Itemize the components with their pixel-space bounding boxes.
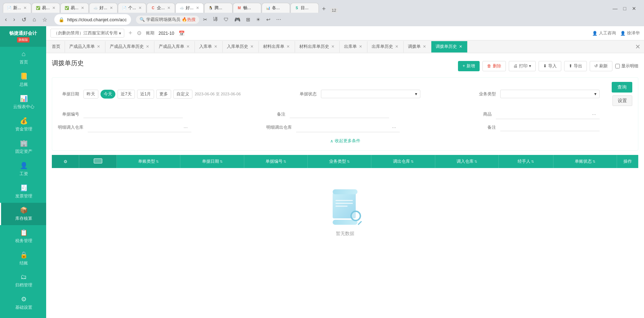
page-tab-11[interactable]: 调拨单历史 ✕ [431, 41, 468, 52]
browser-tab-7[interactable]: ☁️ 好... ✕ [175, 3, 204, 13]
close-window-button[interactable]: ✕ [630, 4, 638, 13]
sidebar-item-closing[interactable]: 🔒 结账 [0, 247, 46, 270]
doc-date-column-header[interactable]: 单据日期 ⇅ [180, 155, 244, 168]
home-button[interactable]: ⌂ [31, 15, 38, 24]
date-btn-1month[interactable]: 近1月 [137, 90, 154, 99]
detail-in-input[interactable] [90, 124, 182, 131]
browser-tab-6[interactable]: C 企... ✕ [147, 3, 175, 13]
detail-out-ellipsis-button[interactable]: ··· [391, 124, 398, 130]
favorites-button[interactable]: ☆ [40, 15, 49, 24]
page-tab-close-11[interactable]: ✕ [458, 44, 463, 50]
tab-close-2[interactable]: ✕ [51, 5, 56, 11]
page-tab-1[interactable]: 产成品入库单 ✕ [65, 41, 105, 52]
sidebar-item-ledger[interactable]: 📒 总账 [0, 69, 46, 91]
doc-no-column-header[interactable]: 单据编号 ⇅ [244, 155, 307, 168]
refresh-button[interactable]: ↺ [20, 15, 28, 24]
set-button[interactable]: 设置 [612, 95, 632, 106]
company-selector[interactable]: （勿删勿禁用）江西服宝测试专用 ▾ [50, 29, 124, 38]
new-tab-button[interactable]: + [319, 5, 329, 13]
tabs-close-all-button[interactable]: ✕ [635, 43, 640, 51]
tab-close-1[interactable]: ✕ [23, 5, 27, 11]
remark-input[interactable] [290, 111, 389, 118]
import-button[interactable]: ⬇ 导入 [539, 61, 561, 71]
page-tab-close-7[interactable]: ✕ [331, 44, 335, 50]
page-tab-6[interactable]: 材料出库单 ✕ [259, 41, 295, 52]
minimize-button[interactable]: — [611, 4, 620, 13]
page-tab-5[interactable]: 入库单历史 ✕ [223, 41, 259, 52]
page-tab-2[interactable]: 产成品入库单历史 ✕ [105, 41, 154, 52]
calendar-icon[interactable]: 📅 [179, 30, 185, 36]
goods-ellipsis-button[interactable]: ··· [590, 111, 597, 117]
tab-close-7[interactable]: ✕ [195, 5, 200, 11]
gear-column-header[interactable]: ⚙ [52, 155, 79, 168]
collapse-button[interactable]: ∧ 收起更多条件 [58, 136, 632, 146]
note-input[interactable] [500, 124, 600, 131]
tab-close-5[interactable]: ✕ [138, 5, 142, 11]
header-checkbox[interactable] [94, 158, 102, 163]
company-settings-button[interactable]: ⚙ [137, 30, 142, 37]
date-btn-today[interactable]: 今天 [100, 90, 115, 99]
page-tab-close-9[interactable]: ✕ [394, 44, 399, 50]
sidebar-item-settings[interactable]: ⚙ 基础设置 [0, 292, 46, 314]
game-icon[interactable]: 🎮 [233, 16, 242, 23]
shield-icon[interactable]: 🛡 [222, 16, 230, 23]
tab-close-4[interactable]: ✕ [109, 5, 114, 11]
page-tab-3[interactable]: 产成品入库单 ✕ [154, 41, 195, 52]
print-button[interactable]: 🖨 打印 ▾ [509, 61, 536, 71]
sidebar-item-tax[interactable]: 📋 税务管理 [0, 225, 46, 247]
browser-tab-1[interactable]: 📄 新... ✕ [3, 3, 31, 13]
forward-button[interactable]: › [11, 15, 17, 24]
browser-tab-9[interactable]: M 畅... [233, 3, 261, 13]
goods-input[interactable] [498, 111, 590, 118]
translate-icon[interactable]: 译 [211, 15, 220, 24]
service-button[interactable]: 👤 人工咨询 [592, 30, 616, 36]
scissors-icon[interactable]: ✂ [201, 16, 209, 23]
detail-out-input[interactable] [298, 124, 391, 131]
theme-icon[interactable]: ☀ [254, 16, 262, 23]
maximize-button[interactable]: □ [621, 4, 628, 13]
sidebar-item-inventory[interactable]: 📦 库存核算 [0, 203, 46, 225]
page-tab-close-8[interactable]: ✕ [358, 44, 363, 50]
page-tab-7[interactable]: 材料出库单历史 ✕ [295, 41, 340, 52]
page-tab-10[interactable]: 调拨单 ✕ [404, 41, 431, 52]
undo-icon[interactable]: ↩ [264, 16, 272, 23]
out-warehouse-column-header[interactable]: 调出仓库 ⇅ [371, 155, 435, 168]
sidebar-item-invoice[interactable]: 🧾 发票管理 [0, 180, 46, 203]
tab-close-6[interactable]: ✕ [167, 5, 171, 11]
page-tab-9[interactable]: 出库单历史 ✕ [367, 41, 404, 52]
biz-type-column-header[interactable]: 业务类型 ⇅ [308, 155, 371, 168]
doc-no-input[interactable] [83, 111, 183, 118]
sidebar-item-guide[interactable]: 📖 新手引导 [0, 314, 46, 318]
export-button[interactable]: ⬆ 导出 [564, 61, 587, 71]
new-button[interactable]: + 新增 [458, 61, 480, 71]
query-button[interactable]: 查询 [612, 82, 632, 93]
page-tab-8[interactable]: 出库单 ✕ [340, 41, 367, 52]
page-tab-close-3[interactable]: ✕ [186, 44, 190, 50]
add-company-button[interactable]: + [129, 29, 132, 37]
search-bar[interactable]: 🔍 学霸应聘场驱鸟员 🔥热搜 [136, 16, 199, 24]
date-btn-more[interactable]: 更多 [156, 90, 171, 99]
page-tab-close-6[interactable]: ✕ [286, 44, 290, 50]
sidebar-item-asset[interactable]: 🏢 固定资产 [0, 136, 46, 158]
tab-close-3[interactable]: ✕ [80, 5, 85, 11]
page-tab-home[interactable]: 首页 [48, 41, 65, 52]
doc-type-column-header[interactable]: 单账类型 ⇅ [117, 155, 180, 168]
check-column-header[interactable] [79, 155, 117, 168]
sidebar-item-fund[interactable]: 💰 资金管理 [0, 113, 46, 136]
display-detail-checkbox[interactable] [615, 64, 620, 68]
page-tab-close-10[interactable]: ✕ [422, 44, 427, 50]
browser-tab-4[interactable]: ☁️ 好... ✕ [89, 3, 118, 13]
sidebar-item-archive[interactable]: 🗂 归档管理 [0, 270, 46, 292]
detail-in-ellipsis-button[interactable]: ··· [182, 124, 189, 130]
page-tab-close-1[interactable]: ✕ [96, 44, 101, 50]
browser-tab-8[interactable]: 🐧 腾... [204, 3, 233, 13]
back-button[interactable]: ‹ [3, 15, 9, 24]
browser-tab-2[interactable]: ✅ 易... ✕ [32, 3, 60, 13]
sidebar-item-report[interactable]: 📊 云报表中心 [0, 91, 46, 113]
handler-column-header[interactable]: 经手人 ⇅ [499, 155, 553, 168]
doc-status-select[interactable]: ▾ [321, 90, 420, 98]
page-tab-close-5[interactable]: ✕ [250, 44, 254, 50]
biz-type-select[interactable]: ▾ [500, 90, 600, 98]
date-btn-yesterday[interactable]: 昨天 [83, 90, 98, 99]
browser-tab-10[interactable]: 📊 各... [262, 3, 290, 13]
